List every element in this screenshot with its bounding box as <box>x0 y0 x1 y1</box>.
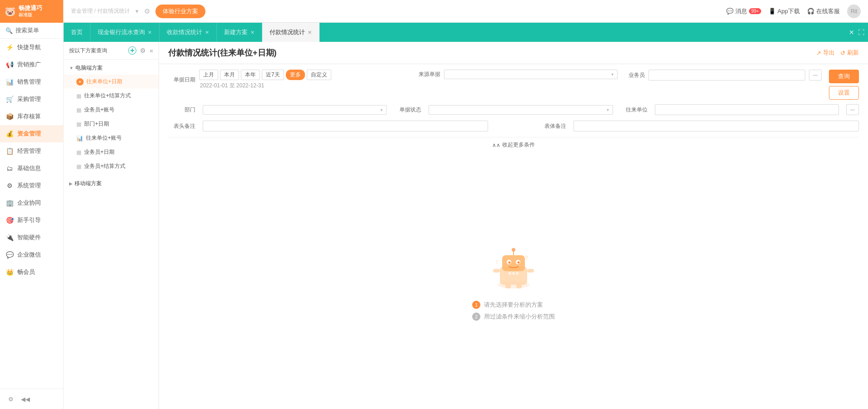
sidebar-nav: ⚡ 快捷导航 📢 营销推广 📊 销售管理 🛒 采购管理 📦 库存核算 💰 资金管… <box>0 39 63 281</box>
close-all-tabs-btn[interactable]: ✕ <box>849 29 854 36</box>
sidebar-item-sales[interactable]: 📊 销售管理 <box>0 73 63 91</box>
desktop-group-arrow: ▼ <box>69 66 74 71</box>
app-name: 畅捷通巧 <box>19 5 42 12</box>
salesperson-ellipsis-btn[interactable]: ··· <box>809 70 822 81</box>
sidebar-item-label: 经营管理 <box>17 147 41 155</box>
partner-label: 往来单位 <box>620 106 648 114</box>
date-btn-last-7-days[interactable]: 近7天 <box>262 70 284 80</box>
breadcrumb: 资金管理 / 付款情况统计 <box>71 7 130 15</box>
date-btn-this-year[interactable]: 本年 <box>241 70 260 80</box>
user-avatar[interactable]: Rit <box>847 5 861 18</box>
body-note-input[interactable] <box>574 121 859 131</box>
date-btn-last-month[interactable]: 上月 <box>199 70 218 80</box>
scheme-table-icon4: ▦ <box>76 149 81 156</box>
date-label: 单据日期 <box>168 76 195 84</box>
date-btn-custom[interactable]: 自定义 <box>307 70 331 80</box>
filter-settings-btn[interactable]: 设置 <box>829 86 859 100</box>
desktop-group-label: 电脑端方案 <box>75 64 103 72</box>
scheme-item-partner-date[interactable]: ● 往来单位+日期 <box>64 75 159 89</box>
scheme-item-partner-account[interactable]: 📊 往来单位+账号 <box>64 131 159 145</box>
partner-ellipsis-btn[interactable]: ··· <box>846 104 859 115</box>
scheme-collapse-btn[interactable]: « <box>150 47 153 54</box>
sidebar-item-system[interactable]: ⚙ 系统管理 <box>0 177 63 194</box>
settings-bottom-icon[interactable]: ⚙ <box>5 394 16 404</box>
export-btn[interactable]: ↗ 导出 <box>816 49 835 57</box>
mobile-scheme-group: ▶ 移动端方案 <box>64 175 159 192</box>
expand-tabs-btn[interactable]: ⛶ <box>858 29 864 36</box>
tabbar-right-actions: ✕ ⛶ <box>845 23 868 42</box>
scheme-panel-title: 按以下方案查询 <box>69 47 125 55</box>
scheme-item-salesperson-account[interactable]: ▦ 业务员+账号 <box>64 103 159 117</box>
scheme-item-salesperson-date[interactable]: ▦ 业务员+日期 <box>64 145 159 159</box>
add-scheme-btn[interactable]: + <box>128 46 136 55</box>
date-btn-this-month[interactable]: 本月 <box>220 70 239 80</box>
mobile-group-header[interactable]: ▶ 移动端方案 <box>64 177 159 190</box>
sidebar-item-finance[interactable]: 💰 资金管理 <box>0 125 63 142</box>
date-btn-more[interactable]: 更多 <box>286 70 305 80</box>
sidebar-item-basic-info[interactable]: 🗂 基础信息 <box>0 160 63 177</box>
tab-new-scheme-label: 新建方案 <box>224 28 248 36</box>
app-download-action[interactable]: 📱 App下载 <box>768 7 800 15</box>
svg-point-5 <box>509 262 511 264</box>
sidebar-item-member[interactable]: 👑 畅会员 <box>0 263 63 281</box>
sidebar-item-label: 库存核算 <box>17 112 41 121</box>
scheme-settings-btn[interactable]: ⚙ <box>140 47 146 54</box>
scheme-item-partner-settlement[interactable]: ▦ 往来单位+结算方式 <box>64 89 159 103</box>
tab-cash-flow-label: 现金银行流水查询 <box>98 28 145 36</box>
sidebar-item-purchase[interactable]: 🛒 采购管理 <box>0 91 63 108</box>
online-service-action[interactable]: 🎧 在线客服 <box>807 7 840 15</box>
tab-receipt-stats[interactable]: 收款情况统计 ✕ <box>160 23 217 42</box>
sidebar-item-marketing[interactable]: 📢 营销推广 <box>0 56 63 73</box>
tab-new-scheme[interactable]: 新建方案 ✕ <box>217 23 262 42</box>
topbar-dropdown-icon[interactable]: ▾ <box>135 8 139 15</box>
scheme-item-label: 往来单位+账号 <box>86 134 122 142</box>
collapse-more-btn[interactable]: ∧∧ 收起更多条件 <box>168 137 859 152</box>
sidebar-item-enterprise[interactable]: 🏢 企业协同 <box>0 194 63 212</box>
purchase-icon: 🛒 <box>5 95 14 103</box>
topbar-gear-icon[interactable]: ⚙ <box>144 7 150 15</box>
partner-input[interactable] <box>655 104 839 115</box>
empty-tip-2: 2 用过滤条件来缩小分析范围 <box>472 313 555 321</box>
sidebar-item-label: 营销推广 <box>17 61 41 69</box>
collapse-sidebar-icon[interactable]: ◀◀ <box>20 394 31 404</box>
refresh-btn[interactable]: ↺ 刷新 <box>840 49 859 57</box>
source-select[interactable]: ▾ <box>444 70 617 79</box>
sidebar-item-quick-nav[interactable]: ⚡ 快捷导航 <box>0 39 63 56</box>
message-action[interactable]: 💬 消息 99+ <box>726 7 761 15</box>
wechat-icon: 💬 <box>5 251 14 259</box>
sidebar-item-wechat[interactable]: 💬 企业微信 <box>0 246 63 263</box>
tab-new-scheme-close[interactable]: ✕ <box>250 30 254 35</box>
topbar-actions: 💬 消息 99+ 📱 App下载 🎧 在线客服 Rit <box>726 5 861 18</box>
scheme-item-salesperson-settlement[interactable]: ▦ 业务员+结算方式 <box>64 159 159 173</box>
salesperson-input[interactable] <box>649 70 805 81</box>
sidebar-item-guide[interactable]: 🎯 新手引导 <box>0 212 63 229</box>
search-menu[interactable]: 🔍 搜索菜单 <box>0 23 63 39</box>
doc-status-select[interactable]: ▾ <box>429 105 613 115</box>
tab-payment-stats[interactable]: 付款情况统计 ✕ <box>262 23 319 42</box>
tab-cash-flow[interactable]: 现金银行流水查询 ✕ <box>90 23 160 42</box>
topbar: 资金管理 / 付款情况统计 ▾ ⚙ 体验行业方案 💬 消息 99+ 📱 App下… <box>64 0 868 23</box>
tab-home[interactable]: 首页 <box>64 23 90 42</box>
desktop-group-header[interactable]: ▼ 电脑端方案 <box>64 61 159 75</box>
sidebar-item-operations[interactable]: 📋 经营管理 <box>0 142 63 160</box>
tip-text-1: 请先选择要分析的方案 <box>484 301 543 309</box>
tab-payment-stats-close[interactable]: ✕ <box>308 30 312 35</box>
scheme-table-icon2: ▦ <box>76 107 81 113</box>
hardware-icon: 🔌 <box>5 233 14 242</box>
app-download-label: App下载 <box>778 7 800 15</box>
tab-receipt-stats-close[interactable]: ✕ <box>205 30 209 35</box>
collapse-label: 收起更多条件 <box>502 141 535 149</box>
dept-select[interactable]: ▾ <box>203 105 387 115</box>
enterprise-icon: 🏢 <box>5 199 14 207</box>
tab-cash-flow-close[interactable]: ✕ <box>148 30 152 35</box>
header-note-input[interactable] <box>203 121 488 131</box>
dept-dropdown-arrow: ▾ <box>380 107 383 112</box>
scheme-item-label: 业务员+账号 <box>84 106 115 114</box>
tab-receipt-stats-label: 收款情况统计 <box>167 28 202 36</box>
sidebar-item-inventory[interactable]: 📦 库存核算 <box>0 108 63 125</box>
sidebar-item-hardware[interactable]: 🔌 智能硬件 <box>0 229 63 246</box>
query-btn[interactable]: 查询 <box>829 70 859 83</box>
scheme-item-dept-date[interactable]: ▦ 部门+日期 <box>64 117 159 131</box>
refresh-label: 刷新 <box>847 49 859 57</box>
trial-btn[interactable]: 体验行业方案 <box>155 5 205 18</box>
